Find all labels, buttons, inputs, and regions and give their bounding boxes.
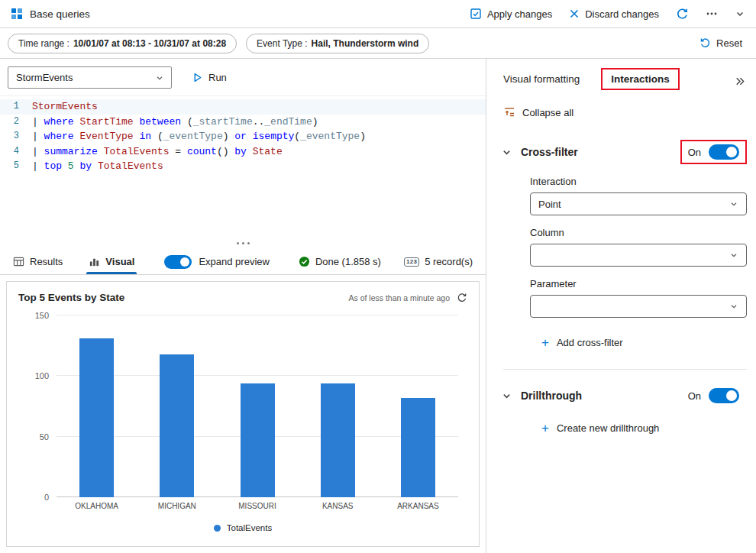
tab-visual[interactable]: Visual xyxy=(86,249,137,274)
legend-dot-icon xyxy=(214,525,221,532)
time-range-value: 10/01/07 at 08:13 - 10/31/07 at 08:28 xyxy=(73,38,226,49)
apply-changes-label: Apply changes xyxy=(487,8,552,20)
parameter-field: Parameter xyxy=(530,278,747,318)
expand-preview-label: Expand preview xyxy=(199,256,270,267)
column-dropdown[interactable] xyxy=(530,244,747,267)
chart-plot-area: 050100150 xyxy=(57,315,458,497)
add-cross-filter-label: Add cross-filter xyxy=(557,337,623,348)
tab-interactions[interactable]: Interactions xyxy=(611,73,670,85)
x-axis-category-label: MICHIGAN xyxy=(137,502,217,510)
expand-preview-toggle-group[interactable]: Expand preview xyxy=(164,255,270,269)
reset-icon xyxy=(699,37,711,49)
apply-changes-button[interactable]: Apply changes xyxy=(470,8,552,20)
line-number: 2 xyxy=(0,115,32,130)
base-queries-icon xyxy=(11,8,23,20)
chevron-down-icon xyxy=(155,73,164,82)
chevron-down-icon xyxy=(729,199,738,209)
bar-michigan[interactable] xyxy=(160,354,194,497)
collapse-all-button[interactable]: Collapse all xyxy=(502,106,747,118)
record-count: 123 5 record(s) xyxy=(404,256,473,267)
tab-visual-formatting[interactable]: Visual formatting xyxy=(502,69,581,89)
collapse-panel-icon[interactable] xyxy=(734,76,745,87)
y-axis-tick-label: 150 xyxy=(35,311,49,320)
column-field: Column xyxy=(530,227,747,267)
expand-preview-toggle[interactable] xyxy=(164,255,192,269)
page-title: Base queries xyxy=(30,8,90,20)
datasource-dropdown[interactable]: StormEvents xyxy=(8,66,172,89)
x-axis-category-label: ARKANSAS xyxy=(378,502,458,510)
record-count-text: 5 record(s) xyxy=(425,256,473,267)
bar-arkansas[interactable] xyxy=(401,398,435,497)
tab-results[interactable]: Results xyxy=(11,249,65,274)
apply-changes-icon xyxy=(470,8,482,20)
bar-kansas[interactable] xyxy=(321,383,355,497)
visual-chart-icon xyxy=(89,256,100,267)
discard-changes-label: Discard changes xyxy=(585,8,659,20)
interaction-dropdown[interactable]: Point xyxy=(530,192,747,215)
pane-resize-handle[interactable] xyxy=(0,238,486,249)
create-drillthrough-button[interactable]: + Create new drillthrough xyxy=(541,422,747,435)
line-number: 3 xyxy=(0,129,32,144)
chevron-down-icon xyxy=(729,302,738,311)
drillthrough-toggle-label: On xyxy=(688,390,701,402)
results-table-icon xyxy=(13,256,24,267)
bar-slot xyxy=(217,315,297,497)
formatting-panel: Visual formatting Interactions Collapse … xyxy=(486,59,756,553)
y-axis-tick-label: 100 xyxy=(35,371,49,380)
column-label: Column xyxy=(530,227,747,238)
x-axis-category-label: KANSAS xyxy=(298,502,378,510)
add-cross-filter-button[interactable]: + Add cross-filter xyxy=(541,336,747,349)
reset-filters-button[interactable]: Reset xyxy=(699,37,748,49)
interaction-label: Interaction xyxy=(530,176,747,187)
tab-visual-label: Visual xyxy=(105,256,134,267)
code-line[interactable]: 3| where EventType in (_eventType) or is… xyxy=(0,129,486,144)
code-line[interactable]: 2| where StartTime between (_startTime..… xyxy=(0,115,486,130)
discard-changes-button[interactable]: Discard changes xyxy=(569,8,659,20)
run-button[interactable]: Run xyxy=(192,72,227,83)
discard-icon xyxy=(569,8,580,19)
event-type-value: Hail, Thunderstorm wind xyxy=(312,38,419,49)
drillthrough-chevron-icon[interactable] xyxy=(502,391,512,401)
chart-legend[interactable]: TotalEvents xyxy=(18,523,467,532)
legend-label: TotalEvents xyxy=(227,523,272,532)
panel-tabs: Visual formatting Interactions xyxy=(502,59,747,95)
page-title-group: Base queries xyxy=(11,8,90,20)
refresh-button[interactable] xyxy=(676,8,689,21)
bar-oklahoma[interactable] xyxy=(79,338,114,497)
time-range-filter-pill[interactable]: Time range : 10/01/07 at 08:13 - 10/31/0… xyxy=(8,34,237,53)
query-status: Done (1.858 s) xyxy=(299,256,381,267)
tab-results-label: Results xyxy=(30,256,63,267)
query-code-editor[interactable]: 1StormEvents2| where StartTime between (… xyxy=(0,95,486,238)
line-number: 4 xyxy=(0,144,32,160)
collapse-bar-chevron[interactable] xyxy=(735,8,745,19)
bars-container xyxy=(57,315,458,497)
bar-slot xyxy=(137,315,217,497)
chevron-down-icon xyxy=(729,251,738,260)
event-type-filter-pill[interactable]: Event Type : Hail, Thunderstorm wind xyxy=(246,34,429,53)
drillthrough-toggle[interactable] xyxy=(709,388,739,403)
bar-missouri[interactable] xyxy=(241,383,275,497)
section-divider xyxy=(503,369,747,370)
y-axis-tick-label: 0 xyxy=(44,493,49,502)
datasource-value: StormEvents xyxy=(16,72,73,83)
cross-filter-toggle[interactable] xyxy=(709,144,739,160)
y-axis-tick-label: 50 xyxy=(40,432,49,441)
more-options-button[interactable] xyxy=(706,8,718,20)
code-line[interactable]: 4| summarize TotalEvents = count() by St… xyxy=(0,144,486,160)
cross-filter-section-header: Cross-filter On xyxy=(502,140,747,164)
cross-filter-chevron-icon[interactable] xyxy=(502,147,512,157)
query-pane: StormEvents Run 1StormEvents2| where Sta… xyxy=(0,59,486,553)
line-number: 5 xyxy=(0,159,32,174)
parameter-dropdown[interactable] xyxy=(530,295,747,318)
code-line[interactable]: 1StormEvents xyxy=(0,99,486,115)
query-status-text: Done (1.858 s) xyxy=(315,256,381,267)
code-line[interactable]: 5| top 5 by TotalEvents xyxy=(0,159,486,174)
code-lines: 1StormEvents2| where StartTime between (… xyxy=(0,99,486,174)
bar-slot xyxy=(57,315,137,497)
chart-refresh-icon[interactable] xyxy=(457,293,467,303)
cross-filter-toggle-label: On xyxy=(688,147,701,158)
top-command-bar: Base queries Apply changes Discard chang… xyxy=(0,0,756,28)
run-label: Run xyxy=(208,72,227,83)
x-axis-category-label: MISSOURI xyxy=(217,502,297,510)
drillthrough-title: Drillthrough xyxy=(521,390,582,402)
